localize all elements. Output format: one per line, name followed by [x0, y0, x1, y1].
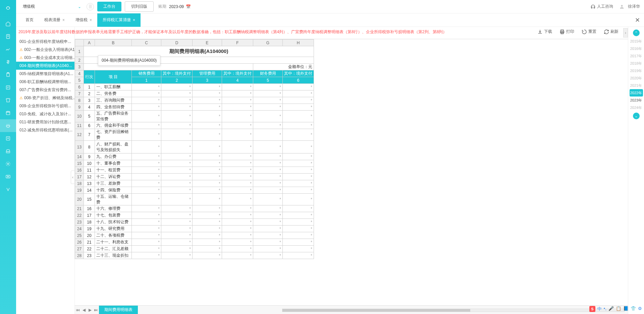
data-cell[interactable]: *	[253, 97, 283, 104]
data-cell[interactable]: *	[193, 84, 222, 90]
data-cell[interactable]: *	[222, 252, 253, 259]
year-option[interactable]: 2019年	[630, 67, 643, 74]
year-option[interactable]: 2020年	[630, 74, 643, 82]
data-cell[interactable]: *	[193, 97, 222, 104]
data-cell[interactable]: *	[161, 212, 193, 219]
data-cell[interactable]: *	[193, 252, 222, 259]
data-cell[interactable]: *	[193, 141, 222, 153]
data-cell[interactable]: *	[253, 84, 283, 90]
data-cell[interactable]: *	[193, 226, 222, 232]
col-header[interactable]: C	[132, 40, 161, 46]
data-cell[interactable]: *	[222, 122, 253, 129]
col-header[interactable]: E	[193, 40, 222, 46]
workspace-button[interactable]: 工作台	[97, 2, 121, 11]
nav-inbox-icon[interactable]	[0, 145, 16, 158]
tab-1[interactable]: 税表清册×	[39, 13, 70, 27]
data-cell[interactable]: *	[222, 205, 253, 212]
data-cell[interactable]: *	[132, 239, 161, 246]
tax-type-dropdown[interactable]: 增值税 ⌄	[20, 2, 84, 11]
data-cell[interactable]: *	[222, 90, 253, 97]
tab-2[interactable]: 增值税×	[70, 13, 97, 27]
reset-button[interactable]: 重置	[582, 29, 596, 35]
data-cell[interactable]: *	[222, 141, 253, 153]
horizontal-scrollbar[interactable]	[141, 308, 625, 312]
data-cell[interactable]: *	[222, 104, 253, 111]
data-cell[interactable]: *	[283, 205, 314, 212]
data-cell[interactable]: *	[193, 111, 222, 122]
data-cell[interactable]: *	[132, 160, 161, 167]
data-cell[interactable]: *	[283, 252, 314, 259]
data-cell[interactable]: *	[283, 246, 314, 252]
data-cell[interactable]: *	[161, 246, 193, 252]
data-cell[interactable]: *	[132, 180, 161, 187]
expand-panel-handle[interactable]: ›	[623, 28, 628, 38]
data-cell[interactable]: *	[193, 104, 222, 111]
data-cell[interactable]: *	[222, 153, 253, 160]
data-cell[interactable]: *	[132, 111, 161, 122]
data-cell[interactable]: *	[132, 194, 161, 205]
data-cell[interactable]: *	[253, 160, 283, 167]
year-option[interactable]: 2023年	[630, 97, 643, 104]
data-cell[interactable]: *	[222, 111, 253, 122]
data-cell[interactable]: *	[222, 232, 253, 239]
data-cell[interactable]: *	[253, 239, 283, 246]
data-cell[interactable]: *	[253, 174, 283, 180]
tab-close-icon[interactable]: ×	[62, 18, 65, 22]
data-cell[interactable]: *	[283, 122, 314, 129]
tab-3[interactable]: 所得税汇算清缴×	[97, 13, 141, 27]
data-cell[interactable]: *	[222, 239, 253, 246]
ime-char[interactable]: ⚙	[638, 306, 642, 312]
data-cell[interactable]: *	[253, 246, 283, 252]
data-cell[interactable]: *	[253, 129, 283, 141]
note-icon[interactable]: ☰	[87, 3, 94, 10]
collapse-panel-handle[interactable]: ‹	[71, 171, 75, 184]
sheet-tab[interactable]: 期间费用明细表	[99, 306, 138, 314]
data-cell[interactable]: *	[253, 111, 283, 122]
year-option[interactable]: 2017年	[630, 52, 643, 60]
data-cell[interactable]: *	[222, 219, 253, 226]
year-scroll-up[interactable]: ⌃	[633, 29, 640, 36]
data-cell[interactable]: *	[193, 153, 222, 160]
nav-doc-icon[interactable]	[0, 30, 16, 43]
refresh-button[interactable]: 刷新	[604, 29, 619, 35]
data-cell[interactable]: *	[193, 167, 222, 174]
data-cell[interactable]: *	[222, 180, 253, 187]
doc-list-item[interactable]: ⚠003-一般企业成本支出明细...	[16, 54, 74, 62]
consult-button[interactable]: 人工咨询	[590, 4, 613, 9]
year-option[interactable]: 2015年	[630, 38, 643, 45]
doc-list-item[interactable]: 005-纳税调整项目明细表(A1...	[16, 70, 74, 78]
data-cell[interactable]: *	[222, 246, 253, 252]
data-cell[interactable]: *	[283, 167, 314, 174]
data-cell[interactable]: *	[283, 84, 314, 90]
data-cell[interactable]: *	[222, 97, 253, 104]
col-header[interactable]: F	[222, 40, 253, 46]
nav-export-icon[interactable]	[0, 132, 16, 145]
doc-list-item[interactable]: 001-企业所得税年度纳税申...	[16, 38, 74, 46]
data-cell[interactable]: *	[132, 104, 161, 111]
doc-list-item[interactable]: 011-研发费用加计扣除优惠...	[16, 118, 74, 126]
data-cell[interactable]: *	[222, 226, 253, 232]
data-cell[interactable]: *	[283, 239, 314, 246]
data-cell[interactable]: *	[132, 84, 161, 90]
data-cell[interactable]: *	[132, 129, 161, 141]
data-cell[interactable]: *	[193, 122, 222, 129]
nav-bowl-icon[interactable]	[0, 119, 16, 132]
data-cell[interactable]: *	[161, 84, 193, 90]
year-option[interactable]: 2016年	[630, 45, 643, 52]
data-cell[interactable]: *	[161, 180, 193, 187]
data-cell[interactable]: *	[161, 239, 193, 246]
data-cell[interactable]: *	[161, 226, 193, 232]
data-cell[interactable]: *	[132, 122, 161, 129]
download-button[interactable]: 下载	[537, 29, 552, 35]
data-cell[interactable]: *	[193, 219, 222, 226]
ime-char[interactable]: 📋	[616, 306, 621, 312]
nav-clipboard-icon[interactable]	[0, 68, 16, 81]
doc-list-item[interactable]: 006-职工薪酬纳税调整明细...	[16, 78, 74, 86]
data-cell[interactable]: *	[283, 194, 314, 205]
data-cell[interactable]: *	[161, 252, 193, 259]
data-cell[interactable]: *	[283, 212, 314, 219]
data-cell[interactable]: *	[193, 194, 222, 205]
data-cell[interactable]: *	[132, 246, 161, 252]
data-cell[interactable]: *	[222, 174, 253, 180]
close-all-tabs-icon[interactable]: ✕	[635, 16, 640, 24]
